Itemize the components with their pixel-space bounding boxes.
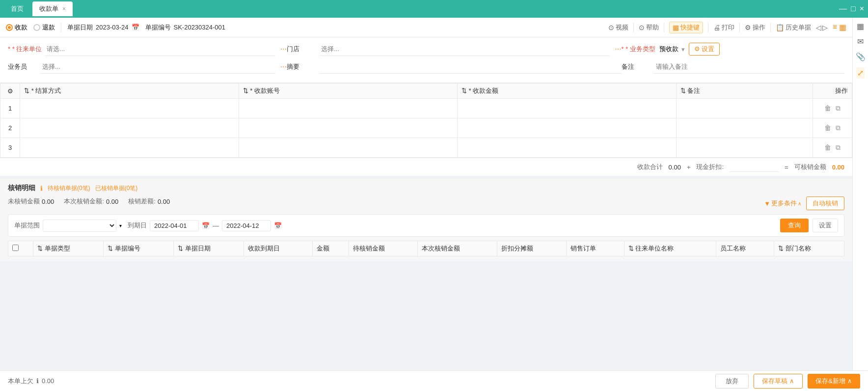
diff-label: 核销差额:	[128, 197, 156, 206]
col-doc-type: ⇅ 单据类型	[33, 241, 104, 256]
shortcut-btn[interactable]: ▦ 快捷键	[669, 22, 703, 33]
mail-sidebar-icon[interactable]: ✉	[857, 37, 864, 46]
history-btn[interactable]: 📋 历史单据	[776, 23, 811, 32]
radio-refund[interactable]: 退款	[33, 23, 55, 32]
done-tab[interactable]: 已核销单据(0笔)	[95, 184, 138, 193]
settlement-1[interactable]	[20, 99, 239, 118]
amount-3[interactable]	[458, 138, 677, 158]
date-from-calendar-icon[interactable]: 📅	[202, 222, 210, 229]
tab-receipt[interactable]: 收款单 ×	[32, 1, 73, 16]
delete-icon-1[interactable]: 🗑	[824, 104, 831, 112]
prev-arrow[interactable]: ◁	[816, 24, 821, 31]
date-to-calendar-icon[interactable]: 📅	[274, 222, 282, 229]
grid-view-icon[interactable]: ▦	[839, 23, 846, 32]
biz-settings-btn[interactable]: ⚙设置	[689, 43, 720, 56]
writeoff-info-icon[interactable]: ℹ	[40, 185, 43, 192]
remarks-2[interactable]	[676, 118, 813, 138]
action-btn[interactable]: ⚙ 操作	[745, 23, 765, 32]
staff-input[interactable]	[40, 60, 275, 74]
copy-icon-1[interactable]: ⧉	[836, 104, 841, 112]
query-btn[interactable]: 查询	[780, 219, 809, 232]
save-new-chevron-icon: ∧	[847, 377, 852, 385]
filter-settings-btn[interactable]: 设置	[813, 219, 838, 232]
settlement-3[interactable]	[20, 138, 239, 158]
select-all-checkbox[interactable]	[12, 245, 19, 251]
summary-row: 收款合计 0.00 + 现金折扣: = 可核销金额 0.00	[0, 158, 852, 176]
account-2[interactable]	[239, 118, 458, 138]
table-row: 1 🗑 ⧉	[0, 99, 852, 118]
sort-wof-4: ⇅	[628, 245, 634, 252]
receipt-table: ⚙ ⇅ * 结算方式 ⇅ * 收款账号 ⇅ * 收款金额	[0, 83, 852, 158]
form-row-1: * 往来单位 ··· 门店 ··· * 业务类型 预收款 ▾ ⚙设置	[8, 42, 844, 56]
staff-more-btn[interactable]: ···	[280, 62, 287, 71]
discount-input[interactable]	[730, 162, 779, 172]
col-discount-share: 折扣分摊额	[497, 241, 566, 256]
save-draft-btn[interactable]: 保存草稿 ∧	[754, 374, 803, 389]
account-1[interactable]	[239, 99, 458, 118]
store-input[interactable]	[319, 42, 610, 56]
remarks-3[interactable]	[676, 138, 813, 158]
pending-tab[interactable]: 待核销单据(0笔)	[48, 184, 90, 193]
this-label: 本次核销金额:	[64, 197, 104, 206]
table-sidebar-icon[interactable]: ▦	[857, 22, 864, 31]
copy-icon-3[interactable]: ⧉	[836, 143, 841, 151]
copy-icon-2[interactable]: ⧉	[836, 124, 841, 132]
account-3[interactable]	[239, 138, 458, 158]
col-amount-wof: 金额	[313, 241, 349, 256]
delete-icon-2[interactable]: 🗑	[824, 124, 831, 132]
col-due-date: 收款到期日	[244, 241, 313, 256]
this-value: 0.00	[106, 198, 118, 205]
tab-close-icon[interactable]: ×	[62, 5, 66, 12]
range-select[interactable]	[43, 220, 116, 232]
summary-field: 摘要	[287, 60, 622, 74]
total-label: 收款合计	[637, 163, 663, 171]
date-to-input[interactable]	[222, 220, 271, 231]
amount-2[interactable]	[458, 118, 677, 138]
staff-field: 业务员 ···	[8, 60, 287, 74]
help-btn[interactable]: ⊙ 帮助	[639, 23, 659, 32]
date-from-input[interactable]	[150, 220, 199, 231]
biz-type-value: 预收款	[659, 45, 678, 54]
calendar-icon[interactable]: 📅	[132, 24, 139, 31]
divider-1	[61, 23, 61, 32]
print-label: 打印	[722, 23, 734, 32]
radio-refund-label: 退款	[42, 23, 55, 32]
delete-icon-3[interactable]: 🗑	[824, 143, 831, 151]
more-conditions-btn[interactable]: ▼ 更多条件 ∧	[764, 199, 801, 208]
ops-2: 🗑 ⧉	[813, 118, 852, 138]
summary-input[interactable]	[319, 60, 622, 74]
writeoff-title: 核销明细	[8, 184, 35, 193]
col-doc-date: ⇅ 单据日期	[174, 241, 244, 256]
list-view-icon[interactable]: ≡	[833, 23, 837, 32]
col-settings[interactable]: ⚙	[0, 84, 20, 99]
restore-btn[interactable]: □	[851, 4, 856, 13]
print-btn[interactable]: 🖨 打印	[713, 23, 734, 32]
store-more-btn[interactable]: ···	[615, 45, 621, 54]
settlement-2[interactable]	[20, 118, 239, 138]
auto-writeoff-btn[interactable]: 自动核销	[806, 196, 844, 210]
save-new-btn[interactable]: 保存&新增 ∧	[808, 374, 860, 389]
biz-type-dropdown-icon[interactable]: ▾	[681, 46, 685, 53]
amount-1[interactable]	[458, 99, 677, 118]
partner-input[interactable]	[45, 42, 275, 56]
partner-more-btn[interactable]: ···	[280, 45, 287, 54]
total-value: 0.00	[669, 164, 681, 171]
clip-sidebar-icon[interactable]: 📎	[856, 52, 866, 61]
remarks-1[interactable]	[676, 99, 813, 118]
radio-receipt[interactable]: 收款	[6, 23, 27, 32]
row-num-3: 3	[0, 138, 20, 158]
expand-sidebar-icon[interactable]: ⤢	[856, 67, 865, 79]
no-field: 单据编号 SK-20230324-001	[145, 23, 226, 32]
close-btn[interactable]: ×	[860, 4, 864, 13]
nav-arrows: ◁ ▷	[816, 24, 828, 31]
tab-home[interactable]: 首页	[4, 0, 30, 18]
next-arrow[interactable]: ▷	[822, 24, 828, 31]
available-label: 可核销金额	[794, 163, 826, 171]
due-date-field: 到期日 📅 — 📅	[128, 220, 282, 231]
discard-btn[interactable]: 放弃	[715, 374, 749, 389]
writeoff-actions: ▼ 更多条件 ∧ 自动核销	[764, 196, 844, 210]
video-btn[interactable]: ⊙ 视频	[608, 23, 628, 32]
unverified-stat: 未核销金额 0.00	[8, 197, 54, 206]
remarks-input[interactable]	[654, 60, 844, 74]
minimize-btn[interactable]: —	[839, 4, 847, 13]
